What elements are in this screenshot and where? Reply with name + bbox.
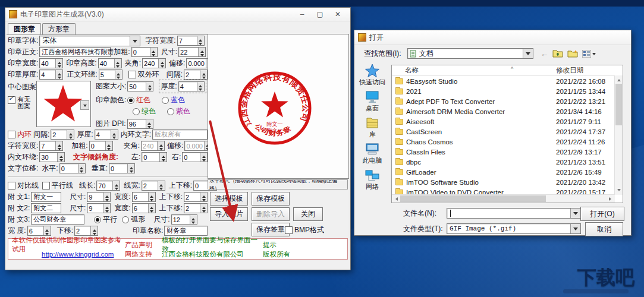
back-icon[interactable]: ← (541, 49, 549, 58)
spinner-arrows-icon[interactable] (57, 153, 64, 162)
column-header-date[interactable]: 修改日期 (556, 66, 623, 75)
spinner-arrows-icon[interactable] (148, 204, 155, 213)
file-name-input[interactable] (447, 208, 581, 219)
checkbox-icon[interactable] (128, 71, 136, 78)
sidebar-item-network[interactable]: 网络 (354, 168, 390, 194)
spinner-arrows-icon[interactable] (157, 141, 164, 150)
inner-gap-spinner[interactable]: 2 (51, 129, 74, 140)
file-list-row[interactable]: Adept PDF To Text Converter 2021/2/22 13… (392, 96, 623, 106)
spinner-arrows-icon[interactable] (150, 48, 157, 56)
attach2-width-spinner[interactable]: 6 (132, 203, 156, 213)
shift-v-spinner[interactable]: 0 (109, 163, 135, 173)
cancel-button[interactable]: 取消 (585, 222, 623, 236)
horizontal-scrollbar[interactable] (392, 194, 615, 203)
tab-square-seal[interactable]: 方形章 (42, 23, 76, 34)
select-template-button[interactable]: 选择模板 (210, 192, 248, 206)
open-button[interactable]: 打开(O) (580, 207, 624, 221)
seal-thickness-spinner[interactable]: 4 (39, 69, 63, 80)
file-list-row[interactable]: CastScreen 2021/2/24 17:37 (392, 127, 623, 137)
file-list-row[interactable]: Aiseesoft 2021/1/27 9:11 (392, 116, 623, 127)
parallel-line-checkbox[interactable]: 平行线 (42, 181, 73, 191)
spinner-arrows-icon[interactable] (103, 204, 110, 213)
scroll-right-icon[interactable] (607, 195, 615, 203)
dpi-spinner[interactable]: 96 (127, 119, 153, 129)
seal-font-combobox[interactable]: 宋体 (39, 36, 140, 46)
file-list-row[interactable]: Chaos Cosmos 2021/2/24 11:26 (392, 137, 623, 147)
website-link[interactable]: http://www.kinggrid.com (42, 251, 114, 258)
char-width-spinner[interactable]: 7 (177, 36, 205, 46)
spinner-arrows-icon[interactable] (103, 192, 110, 201)
scrollbar-thumb[interactable] (400, 195, 546, 202)
chevron-down-icon[interactable] (130, 36, 140, 46)
spinner-arrows-icon[interactable] (158, 181, 165, 190)
radio-selected-icon[interactable] (94, 216, 101, 223)
spinner-arrows-icon[interactable] (190, 215, 197, 224)
chevron-down-icon[interactable] (570, 224, 580, 233)
spinner-arrows-icon[interactable] (112, 181, 120, 190)
spinner-arrows-icon[interactable] (111, 130, 118, 139)
save-template-button[interactable]: 保存模板 (252, 192, 290, 206)
spinner-arrows-icon[interactable] (197, 82, 204, 91)
spinner-arrows-icon[interactable] (55, 59, 62, 68)
attach3-input[interactable]: 公司财务章 (31, 214, 84, 225)
spinner-arrows-icon[interactable] (200, 70, 207, 79)
checkbox-icon[interactable] (8, 131, 15, 138)
line-length-spinner[interactable]: 70 (96, 181, 120, 191)
spinner-arrows-icon[interactable] (146, 82, 153, 91)
checkbox-icon[interactable] (8, 182, 15, 189)
look-in-combobox[interactable]: 文档 (407, 48, 533, 59)
inner-text-input[interactable]: 版权所有 (152, 129, 208, 140)
spinner-arrows-icon[interactable] (200, 192, 207, 201)
color-blue-radio[interactable]: 蓝色 (162, 95, 185, 105)
double-ring-checkbox[interactable]: 双外环 (128, 69, 159, 80)
spinner-arrows-icon[interactable] (114, 59, 121, 68)
horizontal-ruler-note[interactable]: 水平标尺（拖动该标尺可对比弧线两端高低，精确修正偏移） (208, 179, 348, 189)
checkbox-checked-icon[interactable] (8, 96, 15, 104)
tilt-right-spinner[interactable]: 0 (182, 152, 208, 162)
spinner-arrows-icon[interactable] (115, 70, 122, 79)
sidebar-item-quick-access[interactable]: 快速访问 (354, 64, 390, 90)
chevron-down-icon[interactable] (570, 208, 580, 218)
radio-icon[interactable] (167, 108, 174, 115)
spinner-arrows-icon[interactable] (67, 130, 74, 139)
sidebar-item-libraries[interactable]: 库 (354, 116, 390, 142)
sidebar-item-this-pc[interactable]: 此电脑 (354, 142, 390, 168)
checkbox-icon[interactable] (285, 226, 293, 234)
inner-wrap-spinner[interactable]: 30 (39, 152, 65, 162)
spinner-arrows-icon[interactable] (200, 204, 207, 213)
radio-icon[interactable] (133, 108, 140, 115)
pattern-thickness-spinner[interactable]: 4 (178, 81, 205, 91)
import-image-button[interactable]: 导入图片 (210, 207, 248, 221)
color-red-radio[interactable]: 红色 (127, 95, 162, 105)
delete-import-button[interactable]: 删除导入 (252, 207, 290, 221)
attach3-down-spinner[interactable]: 2 (74, 226, 98, 236)
file-list-row[interactable]: 2021 2021/1/25 13:44 (392, 86, 623, 96)
inner-bold-spinner[interactable]: 0 (89, 141, 113, 151)
attach1-input[interactable]: 附文一 (31, 192, 61, 202)
spinner-arrows-icon[interactable] (148, 192, 155, 201)
file-type-combobox[interactable]: GIF Image (*.gif) (447, 223, 581, 234)
spinner-arrows-icon[interactable] (197, 36, 204, 45)
scroll-down-icon[interactable] (615, 187, 623, 195)
spinner-arrows-icon[interactable] (78, 164, 85, 173)
attach3-size-spinner[interactable]: 12 (171, 214, 197, 225)
view-menu-icon[interactable] (582, 50, 596, 58)
bold-spinner[interactable]: 0 (131, 47, 158, 57)
spinner-arrows-icon[interactable] (55, 70, 62, 79)
sidebar-item-desktop[interactable]: 桌面 (354, 90, 390, 116)
spinner-arrows-icon[interactable] (127, 164, 134, 173)
shift-h-spinner[interactable]: 0 (59, 163, 86, 173)
inner-char-width-spinner[interactable]: 7 (39, 141, 63, 151)
inner-ring-checkbox[interactable]: 内环 (8, 129, 32, 140)
new-folder-icon[interactable] (567, 49, 579, 58)
file-list-row[interactable]: GifLoader 2021/2/6 15:49 (392, 167, 623, 177)
spinner-arrows-icon[interactable] (43, 226, 51, 235)
attach1-shift-spinner[interactable]: 2 (184, 192, 208, 202)
pattern-preview-box[interactable] (36, 81, 91, 127)
seal-height-spinner[interactable]: 40 (98, 58, 122, 68)
chevron-down-icon[interactable] (523, 49, 533, 58)
save-seal-button[interactable]: 保存签章 (252, 223, 290, 236)
radio-icon[interactable] (162, 97, 169, 104)
attach1-width-spinner[interactable]: 6 (132, 192, 156, 202)
arc-radio[interactable]: 弧形 (122, 214, 145, 225)
